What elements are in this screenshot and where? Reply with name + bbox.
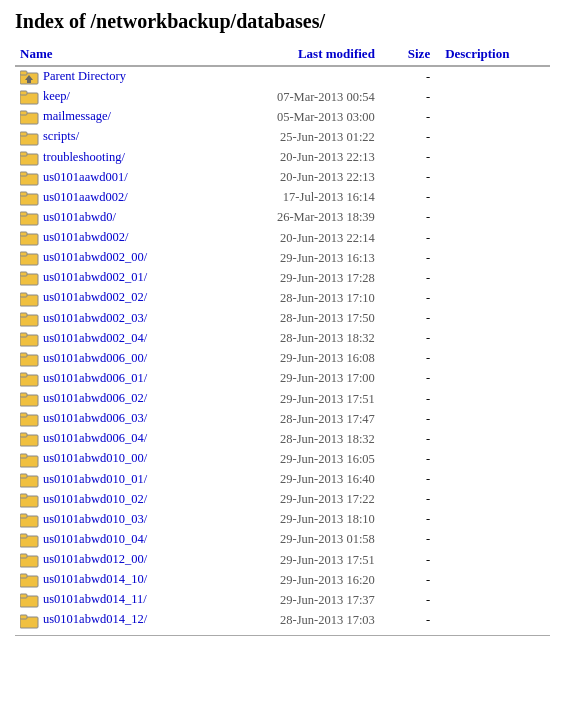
file-date: 29-Jun-2013 17:37: [218, 590, 385, 610]
file-size: -: [385, 168, 440, 188]
svg-rect-12: [20, 172, 27, 176]
file-date: 20-Jun-2013 22:13: [218, 168, 385, 188]
folder-icon: [20, 532, 43, 546]
folder-icon: [20, 290, 43, 304]
table-row: us0101abwd002/20-Jun-2013 22:14-: [15, 228, 550, 248]
folder-icon: [20, 451, 43, 465]
svg-rect-34: [20, 393, 27, 397]
folder-link[interactable]: us0101aawd001/: [43, 170, 128, 184]
folder-link[interactable]: us0101abwd014_11/: [43, 592, 147, 606]
folder-link[interactable]: us0101abwd002/: [43, 230, 128, 244]
file-description: [440, 550, 550, 570]
table-row: us0101aawd002/17-Jul-2013 16:14-: [15, 188, 550, 208]
folder-icon: [20, 512, 43, 526]
file-name-cell: us0101aawd001/: [15, 168, 218, 188]
folder-link[interactable]: us0101abwd014_12/: [43, 612, 147, 626]
table-row: us0101aawd001/20-Jun-2013 22:13-: [15, 168, 550, 188]
file-date: 28-Jun-2013 17:03: [218, 610, 385, 630]
file-date: 29-Jun-2013 17:00: [218, 369, 385, 389]
folder-link[interactable]: us0101abwd010_02/: [43, 492, 147, 506]
file-description: [440, 268, 550, 288]
col-description[interactable]: Description: [440, 43, 550, 66]
file-description: [440, 107, 550, 127]
folder-link[interactable]: troubleshooting/: [43, 150, 125, 164]
file-description: [440, 409, 550, 429]
col-modified[interactable]: Last modified: [218, 43, 385, 66]
folder-link[interactable]: us0101abwd010_00/: [43, 451, 147, 465]
folder-link[interactable]: us0101abwd014_10/: [43, 572, 147, 586]
file-size: -: [385, 409, 440, 429]
folder-link[interactable]: us0101abwd002_04/: [43, 331, 147, 345]
col-size[interactable]: Size: [385, 43, 440, 66]
folder-link[interactable]: us0101abwd002_00/: [43, 250, 147, 264]
file-date: 17-Jul-2013 16:14: [218, 188, 385, 208]
file-date: 29-Jun-2013 01:58: [218, 530, 385, 550]
folder-link[interactable]: us0101abwd006_03/: [43, 411, 147, 425]
svg-rect-26: [20, 313, 27, 317]
file-description: [440, 67, 550, 87]
table-row: us0101abwd010_01/29-Jun-2013 16:40-: [15, 470, 550, 490]
svg-rect-4: [20, 91, 27, 95]
svg-rect-1: [20, 71, 27, 75]
file-name-cell: us0101abwd006_01/: [15, 369, 218, 389]
folder-link[interactable]: us0101abwd006_04/: [43, 431, 147, 445]
folder-link[interactable]: us0101abwd002_01/: [43, 270, 147, 284]
file-size: -: [385, 208, 440, 228]
file-description: [440, 429, 550, 449]
file-name-cell: us0101abwd014_10/: [15, 570, 218, 590]
folder-link[interactable]: mailmessage/: [43, 109, 111, 123]
folder-icon: [20, 250, 43, 264]
file-description: [440, 148, 550, 168]
folder-link[interactable]: us0101abwd002_02/: [43, 290, 147, 304]
folder-link[interactable]: scripts/: [43, 129, 79, 143]
folder-icon: [20, 391, 43, 405]
folder-link[interactable]: us0101abwd010_03/: [43, 512, 147, 526]
svg-rect-40: [20, 454, 27, 458]
folder-icon: [20, 351, 43, 365]
file-date: 28-Jun-2013 17:47: [218, 409, 385, 429]
folder-icon: [20, 109, 43, 123]
file-size: -: [385, 228, 440, 248]
file-date: 29-Jun-2013 17:22: [218, 490, 385, 510]
file-name-cell: us0101abwd002_03/: [15, 309, 218, 329]
file-size: -: [385, 268, 440, 288]
file-description: [440, 127, 550, 147]
folder-link[interactable]: us0101abwd010_04/: [43, 532, 147, 546]
folder-link[interactable]: us0101abwd006_02/: [43, 391, 147, 405]
folder-icon: [20, 612, 43, 626]
folder-link[interactable]: us0101abwd010_01/: [43, 472, 147, 486]
file-date: 29-Jun-2013 16:13: [218, 248, 385, 268]
folder-link[interactable]: us0101abwd0/: [43, 210, 116, 224]
table-row: us0101abwd002_04/28-Jun-2013 18:32-: [15, 329, 550, 349]
file-name-cell: us0101abwd014_11/: [15, 590, 218, 610]
folder-link[interactable]: us0101abwd006_00/: [43, 351, 147, 365]
table-row: us0101abwd0/26-Mar-2013 18:39-: [15, 208, 550, 228]
folder-link[interactable]: us0101abwd012_00/: [43, 552, 147, 566]
col-name[interactable]: Name: [15, 43, 218, 66]
table-row: us0101abwd002_00/29-Jun-2013 16:13-: [15, 248, 550, 268]
file-description: [440, 510, 550, 530]
file-name-cell: us0101abwd014_12/: [15, 610, 218, 630]
file-name-cell: Parent Directory: [15, 67, 218, 87]
file-size: -: [385, 87, 440, 107]
parent-directory-link[interactable]: Parent Directory: [43, 69, 126, 83]
file-description: [440, 349, 550, 369]
folder-link[interactable]: us0101abwd002_03/: [43, 311, 147, 325]
file-date: 29-Jun-2013 17:51: [218, 550, 385, 570]
table-row: us0101abwd002_02/28-Jun-2013 17:10-: [15, 288, 550, 308]
folder-link[interactable]: us0101abwd006_01/: [43, 371, 147, 385]
svg-rect-6: [20, 111, 27, 115]
table-row: us0101abwd014_11/29-Jun-2013 17:37-: [15, 590, 550, 610]
folder-link[interactable]: us0101aawd002/: [43, 190, 128, 204]
svg-rect-20: [20, 252, 27, 256]
table-row: us0101abwd012_00/29-Jun-2013 17:51-: [15, 550, 550, 570]
svg-rect-46: [20, 514, 27, 518]
file-size: -: [385, 369, 440, 389]
file-date: 25-Jun-2013 01:22: [218, 127, 385, 147]
file-description: [440, 329, 550, 349]
folder-icon: [20, 492, 43, 506]
file-description: [440, 369, 550, 389]
file-description: [440, 610, 550, 630]
file-date: 29-Jun-2013 16:08: [218, 349, 385, 369]
folder-link[interactable]: keep/: [43, 89, 70, 103]
